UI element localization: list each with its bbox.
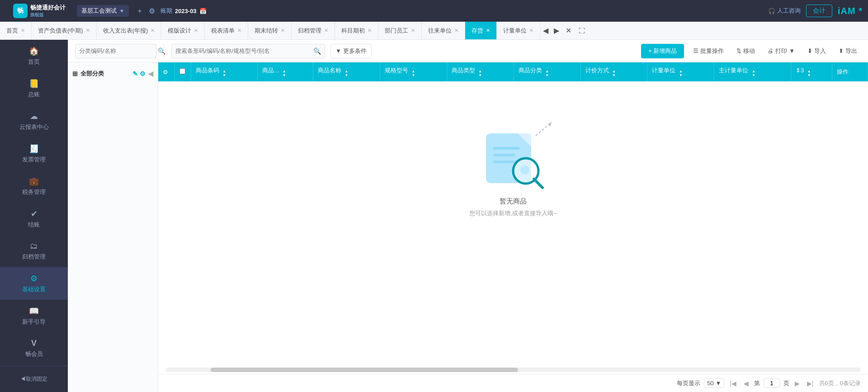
main-layout: 🏠 首页 📒 总账 ☁ 云报表中心 🧾 发票管理 💼 税务管理 ✔ 结账 🗂 归…	[0, 40, 868, 392]
batch-icon: ☰	[693, 47, 698, 54]
move-button[interactable]: ⇅ 移动	[733, 44, 759, 58]
sidebar-item-home[interactable]: 🏠 首页	[0, 40, 68, 72]
th-barcode[interactable]: 商品条码 ▲▼	[191, 62, 258, 81]
tab-subject[interactable]: 科目期初 ✕	[335, 22, 378, 40]
category-search-icon[interactable]: 🔍	[158, 47, 165, 55]
sidebar-label-guide: 新手引导	[22, 318, 46, 326]
category-search-input[interactable]	[79, 47, 155, 54]
tab-home-close[interactable]: ✕	[21, 28, 25, 33]
tab-income-close[interactable]: ✕	[151, 28, 155, 33]
tab-subject-close[interactable]: ✕	[368, 28, 372, 33]
svg-rect-3	[493, 154, 515, 156]
print-button[interactable]: 🖨 打印 ▼	[764, 44, 798, 58]
unpin-button[interactable]: ◀取消固定	[0, 372, 68, 387]
consult-button[interactable]: 🎧 人工咨询	[768, 7, 801, 15]
svg-rect-2	[493, 147, 520, 150]
tab-tax[interactable]: 税表清单 ✕	[205, 22, 248, 40]
tab-partner-close[interactable]: ✕	[454, 28, 458, 33]
sidebar-item-guide[interactable]: 📖 新手引导	[0, 300, 68, 332]
th-spec[interactable]: 规格型号 ▲▼	[380, 62, 447, 81]
new-product-button[interactable]: + 新增商品	[641, 44, 684, 58]
tab-inventory-label: 存货	[472, 27, 483, 35]
page-number-input[interactable]	[764, 378, 780, 388]
tab-unit-close[interactable]: ✕	[529, 28, 533, 33]
archive-icon: 🗂	[30, 241, 38, 251]
table-scroll-wrap[interactable]: ⚙ 商品条码 ▲▼ 商品... ▲▼	[158, 62, 868, 366]
tab-income[interactable]: 收入支出表(年报) ✕	[97, 22, 162, 40]
sidebar-item-tax[interactable]: 💼 税务管理	[0, 170, 68, 203]
tab-template-close[interactable]: ✕	[194, 28, 198, 33]
tab-dept[interactable]: 部门员工 ✕	[378, 22, 422, 40]
sidebar-item-cloud[interactable]: ☁ 云报表中心	[0, 105, 68, 137]
th-price-mode[interactable]: 计价方式 ▲▼	[580, 62, 647, 81]
tab-maximize-button[interactable]: ⛶	[575, 22, 589, 40]
th-category[interactable]: 商品分类 ▲▼	[514, 62, 580, 81]
app-title: 畅捷通好会计	[30, 4, 66, 12]
tab-dept-label: 部门员工	[385, 27, 408, 35]
tab-partner[interactable]: 往来单位 ✕	[422, 22, 465, 40]
main-search-input[interactable]	[175, 47, 311, 54]
export-icon: ⬆	[839, 47, 844, 54]
tab-tax-close[interactable]: ✕	[237, 28, 241, 33]
tab-period-close[interactable]: ✕	[281, 28, 285, 33]
tab-balance-close[interactable]: ✕	[86, 28, 90, 33]
empty-illustration	[472, 118, 554, 190]
th-type[interactable]: 商品类型 ▲▼	[447, 62, 514, 81]
collapse-icon[interactable]: ◀	[148, 70, 153, 77]
sidebar-label-checkout: 结账	[28, 221, 40, 229]
tab-dept-close[interactable]: ✕	[411, 28, 415, 33]
sidebar-item-invoice[interactable]: 🧾 发票管理	[0, 137, 68, 170]
page-prev-button[interactable]: ◀	[742, 380, 750, 387]
scrollbar-thumb[interactable]	[211, 368, 518, 372]
top-header: 畅 畅捷通好会计 旗舰版 基层工会测试 ▼ ＋ ⚙ 账期 2023-03 📅 🎧…	[0, 0, 868, 22]
home-icon: 🏠	[29, 46, 39, 56]
add-tab-button[interactable]: ＋	[136, 6, 143, 16]
left-panel-icons: ✎ ⚙	[132, 70, 146, 77]
company-selector[interactable]: 基层工会测试 ▼	[77, 5, 129, 17]
page-size-select[interactable]: 50 ▼	[704, 378, 724, 388]
tab-archive-close[interactable]: ✕	[324, 28, 328, 33]
left-panel-settings-icon[interactable]: ⚙	[140, 70, 146, 77]
sidebar-item-checkout[interactable]: ✔ 结账	[0, 203, 68, 235]
th-code[interactable]: 商品... ▲▼	[258, 62, 313, 81]
filter-button[interactable]: ▼ 更多条件	[330, 44, 372, 58]
tab-inventory[interactable]: 存货 ✕	[465, 22, 497, 40]
headset-icon: 🎧	[768, 8, 775, 14]
th-col3[interactable]: ⇕3 ▲▼	[791, 62, 832, 81]
tab-template[interactable]: 模版设计 ✕	[161, 22, 205, 40]
left-panel-edit-icon[interactable]: ✎	[132, 70, 138, 77]
tab-period[interactable]: 期末结转 ✕	[248, 22, 292, 40]
tab-prev-button[interactable]: ◀	[540, 22, 551, 40]
tab-close-all-button[interactable]: ✕	[562, 22, 575, 40]
th-settings[interactable]: ⚙	[158, 62, 175, 81]
horizontal-scrollbar[interactable]	[165, 368, 861, 372]
calendar-icon[interactable]: 📅	[199, 8, 207, 14]
tab-unit[interactable]: 计量单位 ✕	[497, 22, 540, 40]
company-dropdown-icon: ▼	[119, 8, 124, 14]
tab-archive[interactable]: 归档管理 ✕	[292, 22, 335, 40]
th-name[interactable]: 商品名称 ▲▼	[313, 62, 380, 81]
select-all-checkbox[interactable]	[179, 68, 185, 74]
tab-balance[interactable]: 资产负债表(中期) ✕	[32, 22, 97, 40]
batch-button[interactable]: ☰ 批量操作	[689, 44, 727, 58]
page-last-button[interactable]: ▶|	[805, 380, 816, 387]
kuaiji-button[interactable]: 会计	[806, 5, 832, 17]
page-next-button[interactable]: ▶	[793, 380, 802, 387]
settings-button[interactable]: ⚙	[149, 7, 155, 15]
sidebar-item-archive[interactable]: 🗂 归档管理	[0, 235, 68, 267]
th-action: 操作	[832, 62, 868, 81]
tab-home[interactable]: 首页 ✕	[0, 22, 32, 40]
page-first-button[interactable]: |◀	[728, 380, 738, 387]
total-info: 共0页，0条记录	[819, 379, 861, 387]
export-button[interactable]: ⬆ 导出	[835, 44, 861, 58]
main-search-icon[interactable]: 🔍	[313, 47, 321, 55]
tab-inventory-close[interactable]: ✕	[486, 28, 490, 33]
sidebar-item-settings[interactable]: ⚙ 基础设置	[0, 267, 68, 300]
th-checkbox[interactable]	[175, 62, 191, 81]
th-unit[interactable]: 计量单位 ▲▼	[647, 62, 714, 81]
tab-next-button[interactable]: ▶	[551, 22, 562, 40]
import-button[interactable]: ⬇ 导入	[804, 44, 830, 58]
sidebar-item-ledger[interactable]: 📒 总账	[0, 72, 68, 105]
sidebar-item-member[interactable]: V 畅会员	[0, 332, 68, 364]
th-main-unit[interactable]: 主计量单位 ▲▼	[714, 62, 791, 81]
